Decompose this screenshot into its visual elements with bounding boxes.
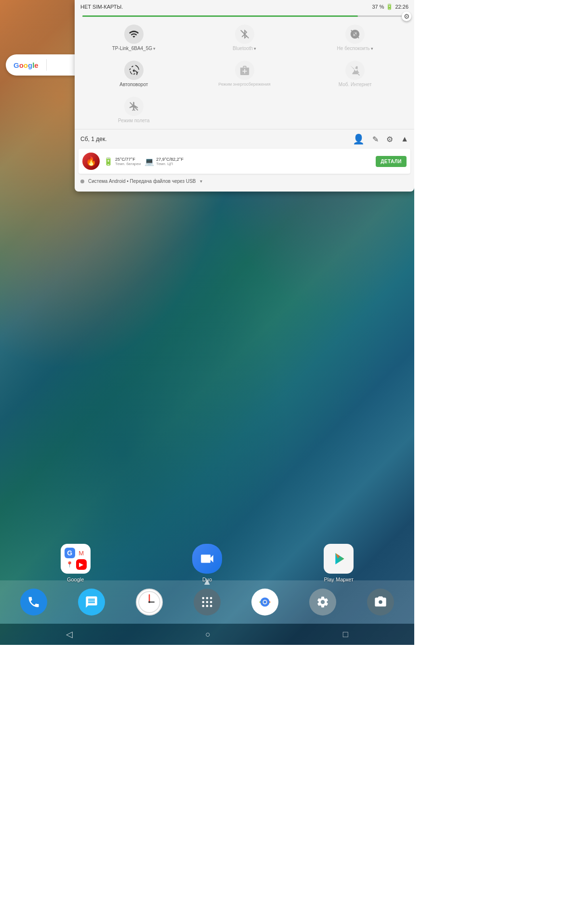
battery-icon: 🔋 xyxy=(386,3,393,10)
google-g-icon: G xyxy=(65,548,75,558)
dock xyxy=(0,580,414,624)
airplane-tile[interactable]: Режим полета xyxy=(79,93,189,127)
svg-point-9 xyxy=(210,597,212,600)
bluetooth-label: Bluetooth ▾ xyxy=(233,46,256,51)
details-button[interactable]: ДЕТАЛИ xyxy=(376,156,407,167)
navigation-bar: ◁ ○ □ xyxy=(0,624,414,645)
usb-dropdown-arrow[interactable]: ▾ xyxy=(200,179,202,184)
tiles-row-2: Автоповорот Режим энергосбережения Моб. … xyxy=(75,57,414,91)
svg-point-8 xyxy=(206,597,209,600)
svg-point-10 xyxy=(202,601,205,603)
dnd-icon-circle xyxy=(345,25,365,44)
autorotate-icon-circle xyxy=(124,61,144,80)
brightness-row: ⚙ xyxy=(75,13,414,21)
bluetooth-icon-circle xyxy=(235,25,254,44)
edit-icon[interactable]: ✎ xyxy=(372,135,379,144)
svg-point-15 xyxy=(210,605,212,607)
panel-date: Сб, 1 дек. xyxy=(80,136,106,142)
quick-settings-panel: НЕТ SIM-КАРТЫ. 37 % 🔋 22:26 ⚙ TP-Link_6B… xyxy=(75,0,414,192)
notif-main-row: 🔥 🔋 25°C/77°F Темп. батареи 💻 27,9°C/82,… xyxy=(82,153,407,170)
user-icon[interactable]: 👤 xyxy=(353,133,365,145)
svg-point-7 xyxy=(202,597,205,600)
play-app-icon xyxy=(324,544,354,574)
gear-icon: ⚙ xyxy=(404,13,410,20)
wifi-label: TP-Link_6BA4_5G ▾ xyxy=(112,46,156,51)
settings-footer-icon[interactable]: ⚙ xyxy=(386,135,393,144)
battery-temp-value: 25°C/77°F xyxy=(115,157,141,162)
dock-camera[interactable] xyxy=(367,589,394,616)
battery-saver-label: Режим энергосбережения xyxy=(218,82,270,87)
dock-messages[interactable] xyxy=(78,589,105,616)
svg-point-6 xyxy=(148,601,150,603)
battery-text: 37 % xyxy=(372,4,384,10)
youtube-icon: ▶ xyxy=(76,559,87,570)
panel-sim-text: НЕТ SIM-КАРТЫ. xyxy=(80,4,123,10)
time-text: 22:26 xyxy=(395,4,408,10)
notif-temp-info: 🔋 25°C/77°F Темп. батареи 💻 27,9°C/82,2°… xyxy=(104,157,372,166)
mobile-data-tile[interactable]: Моб. Интернет xyxy=(300,57,410,91)
brightness-slider[interactable]: ⚙ xyxy=(82,15,407,17)
recents-button[interactable]: □ xyxy=(343,629,348,640)
battery-temp-icon: 🔋 xyxy=(104,157,113,166)
tiles-row-3: Режим полета xyxy=(75,93,414,127)
collapse-icon[interactable]: ▲ xyxy=(401,135,408,143)
mobile-data-icon-circle xyxy=(345,61,365,80)
battery-temp-label: Темп. батареи xyxy=(115,162,141,166)
svg-point-21 xyxy=(263,601,266,603)
dock-clock[interactable] xyxy=(136,589,163,616)
gmail-icon: M xyxy=(76,548,87,558)
panel-footer-icons: 👤 ✎ ⚙ ▲ xyxy=(353,133,408,145)
usb-text: Система Android • Передача файлов через … xyxy=(88,179,196,184)
wifi-tile[interactable]: TP-Link_6BA4_5G ▾ xyxy=(79,21,189,55)
airplane-icon-circle xyxy=(124,97,144,116)
maps-icon: 📍 xyxy=(65,559,75,570)
airplane-label: Режим полета xyxy=(118,118,149,123)
dock-chrome[interactable] xyxy=(251,589,278,616)
duo-app-icon xyxy=(192,544,222,574)
play-app[interactable]: Play Маркет xyxy=(324,544,354,582)
brightness-thumb[interactable]: ⚙ xyxy=(402,12,411,21)
mobile-data-label: Моб. Интернет xyxy=(339,82,372,87)
bluetooth-tile[interactable]: Bluetooth ▾ xyxy=(189,21,300,55)
battery-saver-tile[interactable]: Режим энергосбережения xyxy=(189,57,300,91)
battery-temp-block: 🔋 25°C/77°F Темп. батареи xyxy=(104,157,141,166)
usb-notification: Система Android • Передача файлов через … xyxy=(79,176,410,187)
tiles-row-1: TP-Link_6BA4_5G ▾ Bluetooth ▾ xyxy=(75,21,414,55)
svg-point-12 xyxy=(210,601,212,603)
cpu-temp-value: 27,9°C/82,2°F xyxy=(156,157,184,162)
battery-saver-icon-circle xyxy=(235,61,254,80)
empty-tile-1 xyxy=(189,93,300,127)
svg-point-13 xyxy=(202,605,205,607)
cpu-temp-block: 💻 27,9°C/82,2°F Темп. ЦП xyxy=(144,157,184,166)
google-app-icon: G M 📍 ▶ xyxy=(61,544,91,574)
cpu-temp-icon: 💻 xyxy=(144,157,154,166)
google-logo: Google xyxy=(13,61,39,69)
svg-point-14 xyxy=(206,605,209,607)
dock-all-apps[interactable] xyxy=(194,589,221,616)
cpu-temp-label: Темп. ЦП xyxy=(156,162,184,166)
notification-card: 🔥 🔋 25°C/77°F Темп. батареи 💻 27,9°C/82,… xyxy=(79,149,410,174)
panel-status-bar: НЕТ SIM-КАРТЫ. 37 % 🔋 22:26 xyxy=(75,0,414,13)
notif-app-icon: 🔥 xyxy=(82,153,100,170)
dnd-label: Не беспокоить ▾ xyxy=(337,46,373,51)
autorotate-label: Автоповорот xyxy=(119,82,148,87)
svg-point-11 xyxy=(206,601,209,603)
dnd-tile[interactable]: Не беспокоить ▾ xyxy=(300,21,410,55)
google-app[interactable]: G M 📍 ▶ Google xyxy=(61,544,91,582)
home-button[interactable]: ○ xyxy=(205,629,210,640)
back-button[interactable]: ◁ xyxy=(66,629,73,640)
empty-tile-2 xyxy=(300,93,410,127)
brightness-fill xyxy=(82,15,358,17)
dock-phone[interactable] xyxy=(20,589,47,616)
panel-footer: Сб, 1 дек. 👤 ✎ ⚙ ▲ xyxy=(75,129,414,149)
autorotate-tile[interactable]: Автоповорот xyxy=(79,57,189,91)
usb-status-dot xyxy=(80,180,84,183)
panel-status-right: 37 % 🔋 22:26 xyxy=(372,3,408,10)
google-search-divider xyxy=(46,59,47,71)
wifi-icon-circle xyxy=(124,25,144,44)
dock-settings[interactable] xyxy=(309,589,336,616)
